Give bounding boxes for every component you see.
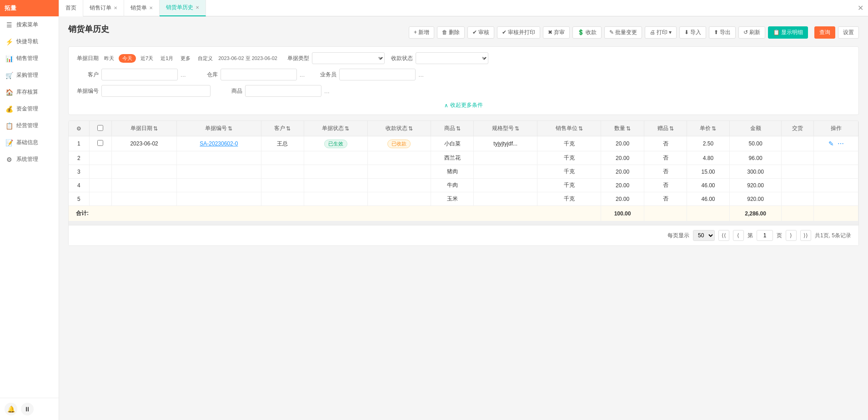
date-1month-btn[interactable]: 近1月: [158, 54, 176, 63]
sort-goods-btn[interactable]: 商品⇅: [434, 125, 471, 132]
cell-doc-status: [304, 192, 367, 206]
batch-change-button[interactable]: ✎ 批量变更: [604, 26, 642, 39]
import-button[interactable]: ⬇ 导入: [679, 26, 706, 39]
cell-trade: [782, 179, 814, 192]
staff-input[interactable]: [339, 69, 416, 80]
search-menu-icon: ☰: [5, 21, 13, 29]
prev-page-btn[interactable]: ⟨: [733, 230, 744, 241]
sidebar-item-base-info[interactable]: 📝 基础信息: [0, 134, 59, 151]
th-spec: 规格型号⇅: [474, 121, 537, 136]
date-7days-btn[interactable]: 近7天: [138, 54, 156, 63]
date-today-btn[interactable]: 今天: [119, 54, 136, 63]
tab-home[interactable]: 首页: [59, 0, 83, 16]
query-button[interactable]: 查询: [814, 26, 835, 39]
close-tab-sales-delivery-icon[interactable]: ✕: [149, 5, 153, 10]
tab-sales-delivery[interactable]: 销货单 ✕: [124, 0, 160, 16]
date-more-btn[interactable]: 更多: [178, 54, 193, 63]
main-area: 首页 销售订单 ✕ 销货单 ✕ 销货单历史 ✕ ✕ 销货单历史 + 新增: [59, 0, 868, 420]
table-row: 1 2023-06-02 SA-20230602-0 王总 已生效 已收款 小白…: [69, 136, 858, 151]
pause-btn[interactable]: ⏸: [21, 403, 34, 415]
staff-pick-icon[interactable]: ...: [418, 71, 424, 78]
warehouse-pick-icon[interactable]: ...: [300, 71, 305, 78]
collect-button[interactable]: 💲 收款: [572, 26, 602, 39]
sidebar-logo: 拓量: [0, 0, 59, 16]
th-gift: 赠品⇅: [644, 121, 687, 136]
new-button[interactable]: + 新增: [409, 26, 434, 39]
select-all-checkbox[interactable]: [97, 125, 103, 131]
refresh-button[interactable]: ↺ 刷新: [738, 26, 765, 39]
tab-sales-delivery-history[interactable]: 销货单历史 ✕: [160, 0, 206, 16]
customer-input[interactable]: [101, 69, 178, 80]
sort-unit-btn[interactable]: 销售单位⇅: [540, 125, 598, 132]
sort-doc-status-btn[interactable]: 单据状态⇅: [307, 125, 365, 132]
pay-status-badge: 已收款: [387, 140, 411, 148]
sort-icon: ⇅: [408, 125, 413, 132]
sidebar-item-inventory[interactable]: 🏠 库存核算: [0, 84, 59, 100]
edit-btn[interactable]: ✎: [828, 139, 835, 148]
doc-no-link[interactable]: SA-20230602-0: [200, 140, 238, 147]
last-page-btn[interactable]: ⟩⟩: [800, 230, 811, 241]
cell-doc-no: SA-20230602-0: [176, 136, 261, 151]
cell-amount: 50.00: [729, 136, 781, 151]
sort-qty-btn[interactable]: 数量⇅: [604, 125, 641, 132]
more-btn[interactable]: ⋯: [837, 139, 845, 148]
type-select[interactable]: [312, 52, 385, 64]
sidebar-item-sales[interactable]: 📊 销售管理: [0, 50, 59, 67]
doc-no-input[interactable]: [101, 85, 211, 97]
date-custom-btn[interactable]: 自定义: [195, 54, 216, 63]
cell-spec: tyjyjtyjdf...: [474, 136, 537, 151]
abandon-button[interactable]: ✖ 弃审: [543, 26, 570, 39]
delete-button[interactable]: 🗑 删除: [437, 26, 465, 39]
next-page-btn[interactable]: ⟩: [786, 230, 797, 241]
print-button[interactable]: 🖨 打印 ▾: [645, 26, 677, 39]
close-tab-history-icon[interactable]: ✕: [196, 5, 199, 10]
sort-doc-no-btn[interactable]: 单据编号⇅: [180, 125, 258, 132]
sidebar-item-operations[interactable]: 📋 经营管理: [0, 117, 59, 134]
row-checkbox[interactable]: [97, 140, 103, 146]
page-input[interactable]: [757, 230, 773, 241]
sort-spec-btn[interactable]: 规格型号⇅: [477, 125, 534, 132]
cell-pay-status: [367, 165, 431, 179]
warehouse-input[interactable]: [221, 69, 297, 80]
summary-total-qty: 100.00: [601, 206, 644, 221]
sidebar-item-search-menu[interactable]: ☰ 搜索菜单: [0, 16, 59, 33]
tab-sales-order[interactable]: 销售订单 ✕: [83, 0, 124, 16]
sort-date-btn[interactable]: 单据日期⇅: [115, 125, 174, 132]
th-gear[interactable]: ⚙: [69, 121, 89, 136]
table-header-row: ⚙ 单据日期⇅ 单据编号⇅ 客户⇅ 单据状态⇅ 收款状态⇅ 商品⇅ 规格型号⇅ …: [69, 121, 858, 136]
goods-input[interactable]: [245, 85, 321, 97]
setting-button[interactable]: 设置: [838, 26, 859, 39]
sort-pay-status-btn[interactable]: 收款状态⇅: [371, 125, 428, 132]
sort-customer-btn[interactable]: 客户⇅: [264, 125, 301, 132]
collapse-filter-button[interactable]: ∧ 收起更多条件: [76, 101, 851, 109]
goods-pick-icon[interactable]: ...: [324, 87, 330, 95]
audit-button[interactable]: ✔ 审核: [467, 26, 494, 39]
sort-icon: ⇅: [712, 125, 716, 132]
cell-ops: [814, 151, 858, 165]
sidebar-item-sys-mgmt[interactable]: ⚙ 系统管理: [0, 151, 59, 168]
gear-icon[interactable]: ⚙: [76, 125, 81, 132]
customer-pick-icon[interactable]: ...: [181, 71, 186, 78]
per-page-select[interactable]: 50: [693, 230, 715, 241]
sidebar-item-label: 采购管理: [16, 71, 38, 79]
sidebar-item-fund[interactable]: 💰 资金管理: [0, 100, 59, 117]
date-yesterday-btn[interactable]: 昨天: [101, 54, 117, 63]
sort-gift-btn[interactable]: 赠品⇅: [647, 125, 684, 132]
sidebar-item-quick-nav[interactable]: ⚡ 快捷导航: [0, 33, 59, 50]
payment-select[interactable]: [416, 52, 488, 64]
th-customer: 客户⇅: [261, 121, 304, 136]
horizontal-scrollbar[interactable]: [69, 221, 858, 225]
cell-price: 2.50: [687, 136, 730, 151]
sys-icon: ⚙: [5, 156, 13, 163]
show-detail-button[interactable]: 📋 显示明细: [768, 26, 808, 39]
export-button[interactable]: ⬆ 导出: [709, 26, 736, 39]
sort-price-btn[interactable]: 单价⇅: [690, 125, 727, 132]
notification-btn[interactable]: 🔔: [5, 403, 17, 415]
new-label: 新增: [418, 29, 429, 36]
table-row: 2 西兰花 千克 20.00 否 4.80 96.00: [69, 151, 858, 165]
audit-print-button[interactable]: ✔ 审核并打印: [497, 26, 540, 39]
sidebar-item-purchase[interactable]: 🛒 采购管理: [0, 67, 59, 84]
close-all-tabs-button[interactable]: ✕: [853, 4, 868, 12]
close-tab-sales-order-icon[interactable]: ✕: [114, 5, 117, 10]
first-page-btn[interactable]: ⟨⟨: [718, 230, 729, 241]
